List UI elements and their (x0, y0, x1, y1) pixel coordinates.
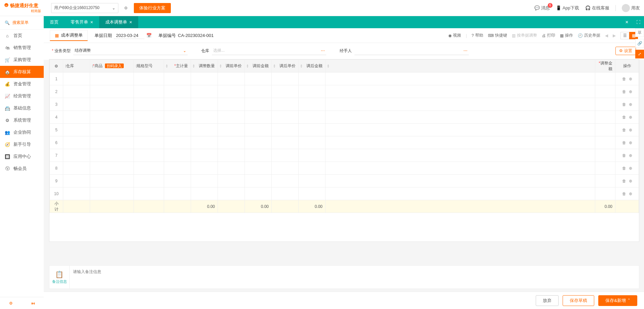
cell[interactable] (245, 136, 272, 149)
tab-close-icon[interactable]: ✕ (90, 20, 93, 25)
cell[interactable] (245, 175, 272, 187)
col-qty[interactable]: ▲▼调整数量 (191, 60, 218, 73)
cell[interactable] (245, 187, 272, 200)
tenant-settings-button[interactable]: ⚙ (122, 4, 130, 12)
biz-type-select[interactable]: 结存调整 ⌄ (73, 46, 188, 55)
table-row[interactable]: 4🗑⊕ (50, 111, 639, 124)
tab-1[interactable]: 零售开单✕ (65, 16, 99, 28)
delete-row-icon[interactable]: 🗑 (622, 179, 626, 183)
tab-2[interactable]: 成本调整单✕ (99, 16, 138, 28)
cell[interactable] (299, 162, 326, 175)
cell[interactable] (326, 85, 595, 98)
add-row-icon[interactable]: ⊕ (629, 179, 632, 183)
cell[interactable] (595, 187, 615, 200)
cell[interactable] (326, 187, 595, 200)
operate-menu[interactable]: ▦ 操作 (560, 33, 573, 38)
cell[interactable] (63, 149, 90, 162)
calendar-icon[interactable]: 📅 (146, 33, 152, 38)
cell[interactable] (63, 187, 90, 200)
history-link[interactable]: 🕘 历史单据 (578, 33, 600, 38)
cell[interactable] (191, 149, 218, 162)
save-draft-button[interactable]: 保存草稿 (563, 295, 594, 306)
tenant-select[interactable]: 用户690企业1660120750 ⌄ (51, 3, 118, 13)
sidebar-item-0[interactable]: ⌂首页 (0, 30, 44, 42)
sidebar-item-5[interactable]: 📈经营管理 (0, 90, 44, 102)
cell[interactable] (218, 85, 245, 98)
cell[interactable] (326, 98, 595, 111)
col-config[interactable]: ⚙ (50, 60, 63, 73)
table-row[interactable]: 5🗑⊕ (50, 124, 639, 136)
cell[interactable] (164, 187, 191, 200)
add-row-icon[interactable]: ⊕ (629, 153, 632, 158)
cell[interactable] (191, 187, 218, 200)
rail-expand-button[interactable]: ⤢ (635, 50, 644, 58)
delete-row-icon[interactable]: 🗑 (622, 115, 626, 120)
tab-0[interactable]: 首页 (44, 16, 65, 28)
cell[interactable] (272, 149, 299, 162)
cell[interactable] (164, 124, 191, 136)
sidebar-collapse-button[interactable]: ⏮ (22, 297, 44, 309)
cell[interactable] (164, 73, 191, 85)
cell[interactable] (134, 149, 164, 162)
cell[interactable] (164, 175, 191, 187)
handler-select[interactable]: ⋯ (354, 46, 469, 55)
add-row-icon[interactable]: ⊕ (629, 102, 632, 107)
next-record-button[interactable]: ▶ (613, 33, 616, 38)
cell[interactable] (245, 149, 272, 162)
cell[interactable] (326, 149, 595, 162)
cell[interactable] (272, 175, 299, 187)
fullscreen-button[interactable]: ⛶ (633, 16, 644, 28)
cell[interactable] (90, 85, 134, 98)
cell[interactable] (326, 162, 595, 175)
add-row-icon[interactable]: ⊕ (629, 191, 632, 196)
user-menu[interactable]: 用友 (622, 4, 640, 12)
help-link[interactable]: ? 帮助 (471, 33, 483, 38)
cell[interactable] (191, 175, 218, 187)
cell[interactable] (191, 136, 218, 149)
col-unit[interactable]: ▲▼*主计量 (164, 60, 191, 73)
cell[interactable] (63, 124, 90, 136)
cell[interactable] (595, 136, 615, 149)
cell[interactable] (595, 175, 615, 187)
table-row[interactable]: 10🗑⊕ (50, 187, 639, 200)
table-row[interactable]: 6🗑⊕ (50, 136, 639, 149)
col-blank[interactable]: ▲▼ (326, 60, 595, 73)
cell[interactable] (299, 175, 326, 187)
table-row[interactable]: 8🗑⊕ (50, 162, 639, 175)
sidebar-item-10[interactable]: 🔲应用中心 (0, 150, 44, 163)
sidebar-item-7[interactable]: ⚙系统管理 (0, 114, 44, 126)
cell[interactable] (299, 85, 326, 98)
delete-row-icon[interactable]: 🗑 (622, 191, 626, 196)
cell[interactable] (272, 98, 299, 111)
cell[interactable] (326, 124, 595, 136)
col-operate[interactable]: 操作 (615, 60, 639, 73)
cell[interactable] (218, 187, 245, 200)
cell[interactable] (299, 98, 326, 111)
cell[interactable] (595, 85, 615, 98)
cell[interactable] (134, 175, 164, 187)
cell[interactable] (164, 149, 191, 162)
cell[interactable] (218, 73, 245, 85)
cell[interactable] (218, 124, 245, 136)
cell[interactable] (595, 162, 615, 175)
cell[interactable] (90, 149, 134, 162)
cell[interactable] (164, 136, 191, 149)
cell[interactable] (245, 73, 272, 85)
cell[interactable] (272, 162, 299, 175)
cell[interactable] (272, 73, 299, 85)
view-list-button[interactable]: ☰ (620, 32, 629, 39)
cell[interactable] (134, 136, 164, 149)
cell[interactable] (245, 85, 272, 98)
cell[interactable] (63, 73, 90, 85)
cell[interactable] (272, 85, 299, 98)
delete-row-icon[interactable]: 🗑 (622, 166, 626, 171)
cell[interactable] (299, 136, 326, 149)
cell[interactable] (299, 111, 326, 124)
cell[interactable] (164, 85, 191, 98)
cell[interactable] (245, 162, 272, 175)
col-spec[interactable]: ▲▼规格型号 (134, 60, 164, 73)
delete-row-icon[interactable]: 🗑 (622, 140, 626, 145)
cell[interactable] (218, 149, 245, 162)
table-row[interactable]: 3🗑⊕ (50, 98, 639, 111)
tab-close-all-button[interactable]: ✕ (621, 16, 633, 28)
